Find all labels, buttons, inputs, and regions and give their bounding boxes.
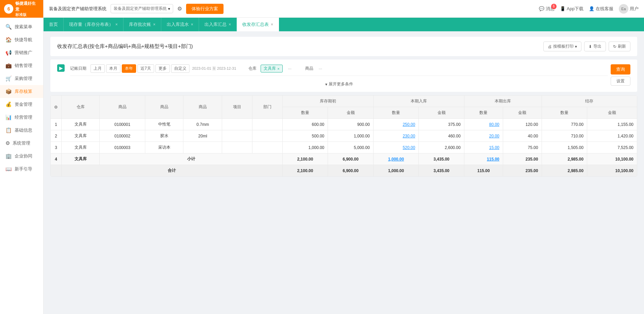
row-spec: 20ml [183,130,222,142]
filter-collapse-btn[interactable]: ▶ [57,64,65,72]
filter-area: ▶ 记账日期 上月 本月 本年 近7天 更多 自定义 2023-01-01 至 … [50,60,637,92]
expand-btn[interactable]: ▾ 展开更多条件 [325,81,353,87]
warehouse-tag-close[interactable]: × [277,67,279,71]
export-label: 导出 [593,44,601,49]
app-tagline: 标准版 [15,12,39,17]
row-in-amt: 2,600.00 [419,142,464,153]
row-out-qty[interactable]: 80.00 [464,119,503,130]
sidebar-item-inventory[interactable]: 📦 库存核算 [0,85,43,98]
msg-btn[interactable]: 💬 消息 6 [539,6,555,12]
col-in-amt: 金额 [419,107,464,119]
page-header: 收发存汇总表(按仓库+商品编码+商品+规格型号+项目+部门) 🖨 按模板打印 ▾… [50,37,637,56]
sub-in-qty-link[interactable]: 1,000.00 [388,157,404,162]
expand-label: 展开更多条件 [329,81,353,87]
out-qty-link[interactable]: 15.00 [489,145,499,150]
tab-inventory-dist-close[interactable]: × [115,22,118,27]
sidebar-item-search[interactable]: 🔍 搜索菜单 [0,20,43,33]
warehouse-more-btn[interactable]: ··· [288,66,292,71]
tab-inout-summary-label: 出入库汇总 [204,21,227,28]
tab-bar: 首页 现存量（库存分布表） × 库存批次账 × 出入库流水 × 出入库汇总 × … [44,18,644,31]
app-download-label: App下载 [567,6,583,12]
row-project [222,142,252,153]
user-initials: Ea [621,7,626,11]
sidebar-item-system[interactable]: ⚙ 系统管理 [0,137,43,150]
row-out-qty[interactable]: 20.00 [464,130,503,142]
sub-out-qty-link[interactable]: 115.00 [487,157,499,162]
row-code: 0100003 [100,142,145,153]
sidebar-item-marketing[interactable]: 📢 营销推广 [0,46,43,59]
row-in-qty[interactable]: 520.00 [373,142,419,153]
row-no: 1 [51,119,62,130]
date-btn-lastmonth[interactable]: 上月 [90,64,105,73]
table-settings-header[interactable]: ⚙ [51,96,62,119]
tab-home[interactable]: 首页 [44,18,64,31]
refresh-btn[interactable]: ↻ 刷新 [609,42,630,51]
app-download-btn[interactable]: 📱 App下载 [560,6,583,12]
sidebar-item-guide[interactable]: 📖 新手引导 [0,163,43,176]
tab-batch-label: 库存批次账 [129,21,151,28]
col-spec: 商品 [183,96,222,119]
query-btn[interactable]: 查询 [611,64,630,75]
tab-batch[interactable]: 库存批次账 × [123,18,161,31]
row-open-amt: 5,000.00 [328,142,374,153]
filter-content: 记账日期 上月 本月 本年 近7天 更多 自定义 2023-01-01 至 20… [70,64,608,87]
in-qty-link[interactable]: 230.00 [403,134,415,138]
date-btn-more[interactable]: 更多 [155,64,170,73]
col-project: 项目 [222,96,252,119]
sub-out-qty[interactable]: 115.00 [464,153,503,165]
row-dept [252,130,282,142]
user-area[interactable]: Ea 用户 [619,4,639,14]
sub-in-qty[interactable]: 1,000.00 [373,153,419,165]
tab-inout-flow-close[interactable]: × [191,22,193,27]
footer-in-amt: 3,435.00 [419,165,464,177]
col-open-qty: 数量 [282,107,328,119]
tab-inout-summary[interactable]: 出入库汇总 × [199,18,237,31]
setting-btn[interactable]: 设置 [611,77,630,86]
tab-inventory-dist[interactable]: 现存量（库存分布表） × [64,18,123,31]
date-btn-custom[interactable]: 自定义 [171,64,189,73]
row-open-amt: 1,000.00 [328,130,374,142]
row-in-qty[interactable]: 230.00 [373,130,419,142]
in-qty-link[interactable]: 520.00 [403,145,415,150]
date-btn-7days[interactable]: 近7天 [137,64,154,73]
chevron-down-icon2: ▾ [575,44,577,49]
refresh-label: 刷新 [618,44,626,49]
row-in-qty[interactable]: 250.00 [373,119,419,130]
sidebar-item-enterprise[interactable]: 🏢 企业协同 [0,150,43,163]
sub-open-amt: 6,900.00 [328,153,374,165]
tab-batch-close[interactable]: × [153,22,155,27]
sub-bal-amt: 10,100.00 [587,153,637,165]
sidebar-item-finance[interactable]: 💰 资金管理 [0,98,43,111]
date-btn-thisyear[interactable]: 本年 [122,64,136,73]
in-qty-link[interactable]: 250.00 [403,122,415,127]
purchase-icon: 🛒 [5,76,12,82]
sidebar-item-quick[interactable]: 🏠 快捷导航 [0,33,43,46]
row-in-amt: 460.00 [419,130,464,142]
sidebar-item-purchase[interactable]: 🛒 采购管理 [0,72,43,85]
operation-icon: 📊 [5,114,12,120]
tab-inout-flow-label: 出入库流水 [167,21,189,28]
out-qty-link[interactable]: 80.00 [489,122,499,127]
system-selector[interactable]: 装备及固定资产辅助管理系统 ▾ [111,4,173,13]
sidebar-item-operation[interactable]: 📊 经营管理 [0,111,43,124]
row-spec [183,142,222,153]
goods-more-btn[interactable]: ··· [319,66,322,71]
sidebar-item-sales[interactable]: 💼 销售管理 [0,59,43,72]
gear-icon[interactable]: ⚙ [177,5,182,12]
tab-inout-summary-close[interactable]: × [229,22,231,27]
sub-out-amt: 235.00 [503,153,542,165]
tab-recv-send-close[interactable]: × [271,22,273,27]
sidebar-item-basic[interactable]: 📋 基础信息 [0,124,43,137]
out-qty-link[interactable]: 20.00 [489,134,499,138]
tab-recv-send-summary[interactable]: 收发存汇总表 × [237,18,279,31]
table-footer-row: 合计 2,100.00 6,900.00 1,000.00 3,435.00 1… [51,165,637,177]
export-btn[interactable]: ⬇ 导出 [584,42,606,51]
row-out-qty[interactable]: 15.00 [464,142,503,153]
header: 装备及固定资产辅助管理系统 装备及固定资产辅助管理系统 ▾ ⚙ 体验行业方案 💬… [44,0,644,18]
date-btn-thismonth[interactable]: 本月 [106,64,120,73]
print-btn[interactable]: 🖨 按模板打印 ▾ [543,42,581,51]
sidebar-label-finance: 资金管理 [15,101,32,108]
tab-inout-flow[interactable]: 出入库流水 × [161,18,199,31]
exp-btn[interactable]: 体验行业方案 [186,4,224,14]
online-service-btn[interactable]: 👤 在线客服 [589,6,613,12]
